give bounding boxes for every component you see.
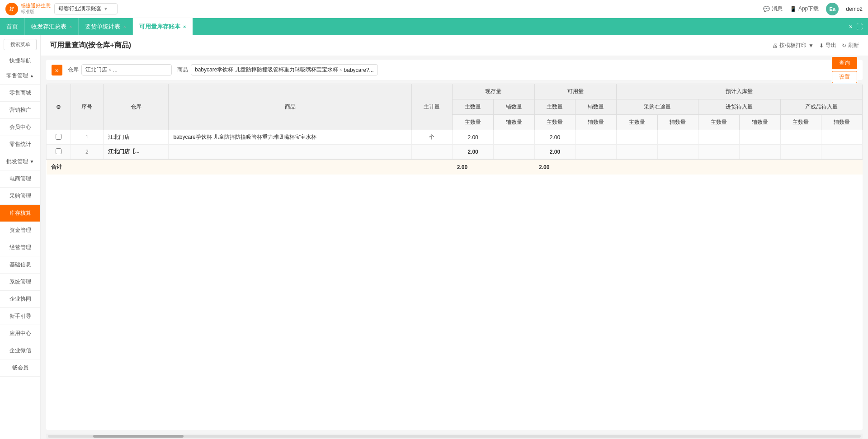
sidebar-item-retail-stats[interactable]: 零售统计 — [0, 136, 40, 153]
app-download-label: App下载 — [798, 5, 819, 13]
tab-available-close[interactable]: × — [183, 24, 186, 29]
row1-warehouse: 江北门店 — [103, 130, 169, 145]
print-label: 按模板打印 — [779, 42, 807, 49]
col-settings-header[interactable]: ⚙ — [47, 84, 71, 130]
scroll-thumb[interactable] — [93, 435, 184, 438]
row1-checkbox[interactable] — [47, 130, 71, 145]
horizontal-scrollbar[interactable] — [46, 434, 863, 439]
col-incoming-aux-sub: 辅数量 — [739, 115, 780, 130]
tab-order-close[interactable]: × — [123, 24, 126, 29]
sidebar-search-button[interactable]: 搜索菜单 — [4, 39, 37, 50]
tab-order[interactable]: 要货单统计表 × — [79, 18, 132, 35]
top-bar-right: 💬 消息 📱 App下载 Ea demo2 — [763, 3, 863, 15]
sidebar-item-enterprise[interactable]: 企业协同 — [0, 291, 40, 308]
row1-check-input[interactable] — [56, 134, 61, 140]
warehouse-tag-close-icon[interactable]: × — [108, 67, 111, 72]
print-button[interactable]: 🖨 按模板打印 ▼ — [772, 42, 814, 49]
warehouse-tag: 江北门店 × — [85, 66, 111, 74]
sidebar-item-basic-info[interactable]: 基础信息 — [0, 256, 40, 274]
sidebar-item-app-center[interactable]: 应用中心 — [0, 325, 40, 342]
col-no-header: 序号 — [71, 84, 104, 130]
product-tag1-close-icon[interactable]: × — [340, 67, 342, 72]
warehouse-filter-tags[interactable]: 江北门店 × ... — [81, 64, 172, 76]
sidebar-item-ecommerce[interactable]: 电商管理 — [0, 170, 40, 188]
sidebar-item-purchase-label: 采购管理 — [9, 193, 31, 199]
sidebar-item-business-mgmt[interactable]: 经营管理 — [0, 239, 40, 256]
col-product-header: 商品 — [169, 84, 411, 130]
warehouse-filter-more[interactable]: ... — [113, 67, 118, 73]
refresh-button[interactable]: ↻ 刷新 — [842, 42, 859, 49]
sidebar-item-member[interactable]: 会员中心 — [0, 119, 40, 136]
tab-home[interactable]: 首页 — [0, 18, 25, 35]
sidebar-item-quick-nav[interactable]: 快捷导航 — [0, 54, 40, 67]
row1-incoming-aux — [739, 130, 780, 145]
col-avail-aux-sub: 辅数量 — [576, 115, 617, 130]
query-button[interactable]: 查询 — [832, 57, 857, 69]
sidebar-item-vip[interactable]: 畅会员 — [0, 359, 40, 377]
col-stock-main-sub: 主数量 — [453, 115, 494, 130]
chevron-down-icon: ▼ — [30, 159, 34, 164]
row1-purchase-main — [616, 130, 657, 145]
product-filter-tags[interactable]: babycare学饮杯 儿童防摔防撞吸管杯重力球吸嘴杯宝宝水杯 × babyca… — [191, 64, 378, 76]
refresh-icon: ↻ — [842, 42, 846, 49]
close-window-icon[interactable]: × — [849, 23, 853, 30]
col-production-header: 产成品待入量 — [780, 99, 863, 115]
message-label: 消息 — [772, 5, 783, 13]
col-incoming-header: 进货待入量 — [698, 99, 780, 115]
message-action[interactable]: 💬 消息 — [763, 5, 783, 13]
row2-main-unit — [411, 145, 453, 160]
sidebar-item-wholesale-mgmt[interactable]: 批发管理 ▼ — [0, 153, 40, 170]
table-settings-icon[interactable]: ⚙ — [56, 104, 61, 110]
row1-purchase-aux — [657, 130, 698, 145]
footer-prod-main — [780, 159, 821, 175]
col-main-unit-header: 主计量 — [411, 84, 453, 130]
sidebar-search-area: 搜索菜单 — [0, 35, 40, 54]
col-purchase-aux-sub: 辅数量 — [657, 115, 698, 130]
filter-settings-button[interactable]: 设置 — [832, 71, 857, 83]
row1-avail-main: 2.00 — [534, 130, 576, 145]
sidebar-item-inventory[interactable]: 库存核算 — [0, 205, 40, 222]
sidebar-item-finance-label: 资金管理 — [9, 227, 31, 233]
sidebar-item-vip-label: 畅会员 — [12, 364, 28, 371]
sidebar-item-finance[interactable]: 资金管理 — [0, 222, 40, 239]
sidebar-item-purchase[interactable]: 采购管理 — [0, 188, 40, 205]
product-filter-group: 商品 babycare学饮杯 儿童防摔防撞吸管杯重力球吸嘴杯宝宝水杯 × bab… — [177, 64, 378, 76]
message-icon: 💬 — [763, 6, 770, 12]
row2-purchase-main — [616, 145, 657, 160]
product-filter-label: 商品 — [177, 66, 188, 74]
col-current-stock-header: 现存量 — [453, 84, 534, 99]
logo-text: 畅捷通好生意 — [21, 3, 51, 9]
tab-income[interactable]: 收发存汇总表 × — [25, 18, 79, 35]
sidebar-item-inventory-label: 库存核算 — [9, 210, 31, 216]
footer-incoming-aux — [739, 159, 780, 175]
app-download-action[interactable]: 📱 App下载 — [790, 5, 819, 13]
sidebar: 搜索菜单 快捷导航 零售管理 ▲ 零售商城 营销推广 会员中心 零售统计 批发管… — [0, 35, 41, 439]
sidebar-item-guide[interactable]: 新手引导 — [0, 308, 40, 325]
sidebar-item-retail-mgmt-label: 零售管理 — [6, 72, 28, 80]
page-actions: 🖨 按模板打印 ▼ ⬇ 导出 ↻ 刷新 — [772, 42, 859, 49]
sidebar-item-retail-stats-label: 零售统计 — [9, 141, 31, 147]
sidebar-item-system[interactable]: 系统管理 — [0, 274, 40, 291]
row2-check-input[interactable] — [56, 148, 61, 154]
sidebar-item-wechat[interactable]: 企业微信 — [0, 342, 40, 359]
quick-nav-label: 快捷导航 — [9, 57, 31, 64]
sidebar-item-retail-mall[interactable]: 零售商城 — [0, 85, 40, 102]
tab-available[interactable]: 可用量库存账本 × — [133, 18, 193, 35]
sidebar-item-marketing[interactable]: 营销推广 — [0, 102, 40, 119]
maximize-window-icon[interactable]: ⛶ — [856, 23, 863, 30]
row2-checkbox[interactable] — [47, 145, 71, 160]
row1-prod-aux — [821, 130, 863, 145]
export-icon: ⬇ — [819, 42, 824, 49]
scroll-track — [48, 435, 861, 438]
tab-income-close[interactable]: × — [69, 24, 72, 29]
footer-purchase-main — [616, 159, 657, 175]
product-tag1: babycare学饮杯 儿童防摔防撞吸管杯重力球吸嘴杯宝宝水杯 × — [195, 66, 342, 74]
account-selector[interactable]: 母婴行业演示账套 ▼ — [54, 3, 118, 14]
dropdown-arrow-icon: ▼ — [104, 6, 108, 11]
tab-home-label: 首页 — [6, 23, 18, 31]
username[interactable]: demo2 — [846, 6, 863, 12]
sidebar-item-retail-mgmt[interactable]: 零售管理 ▲ — [0, 67, 40, 85]
export-button[interactable]: ⬇ 导出 — [819, 42, 836, 49]
filter-expand-button[interactable]: » — [52, 65, 62, 76]
phone-icon: 📱 — [790, 6, 797, 12]
